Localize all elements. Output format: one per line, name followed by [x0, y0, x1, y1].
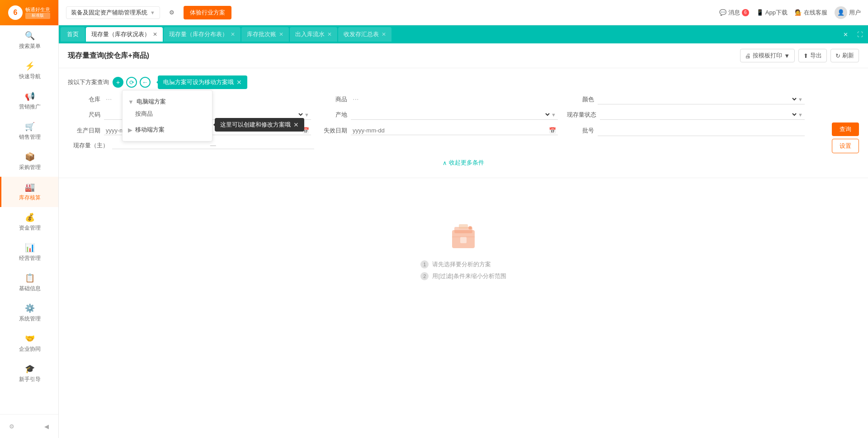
scheme-group-desktop: ▼ 电脑端方案 按商品: [123, 94, 212, 122]
tab-close-inventory-status[interactable]: ✕: [153, 31, 157, 38]
finance-icon: 💰: [25, 212, 35, 222]
scheme-panel-container: ▼ 电脑端方案 按商品 ▶ 移动端方案: [122, 90, 212, 141]
search-menu-icon: 🔍: [25, 31, 35, 41]
tab-bar-right: ✕ ⛶: [839, 28, 866, 41]
back-btn[interactable]: ←: [140, 77, 151, 88]
close-all-tabs-btn[interactable]: ✕: [839, 28, 852, 41]
expiry-date-calendar-icon[interactable]: 📅: [549, 127, 556, 134]
collapse-row: ∧ 收起更多条件: [68, 155, 859, 170]
goods-dots-btn[interactable]: ···: [351, 94, 360, 104]
tab-inout-flow[interactable]: 出入库流水 ✕: [290, 27, 337, 42]
tab-batch-ledger[interactable]: 库存批次账 ✕: [241, 27, 289, 42]
sidebar-item-marketing[interactable]: 📢 营销推广: [0, 86, 58, 116]
online-service-btn[interactable]: 💁 在线客服: [795, 9, 827, 17]
empty-state-icon: [443, 214, 484, 255]
collapse-more-btn[interactable]: ∧ 收起更多条件: [443, 159, 484, 167]
query-btn[interactable]: 查询: [832, 122, 859, 136]
reset-btn[interactable]: 设置: [832, 139, 859, 153]
tab-close-receipt-summary[interactable]: ✕: [382, 31, 386, 38]
origin-select[interactable]: [353, 111, 551, 118]
empty-state: 1 请先选择要分析的方案 2 用[过滤]条件来缩小分析范围: [59, 178, 868, 316]
arrow-down-icon: ▼: [128, 99, 134, 105]
search-section: 按以下方案查询 + ⟳ ← 电脑方案可设为移动方案哦 ✕: [59, 68, 868, 178]
add-scheme-btn[interactable]: +: [113, 77, 123, 88]
app-download-btn[interactable]: 📱 App下载: [756, 9, 788, 17]
settings-gear-btn[interactable]: ⚙: [165, 5, 179, 20]
sidebar-item-system[interactable]: ⚙️ 系统管理: [0, 298, 58, 328]
sidebar-item-operations[interactable]: 📊 经营管理: [0, 237, 58, 268]
scheme-panel: ▼ 电脑端方案 按商品 ▶ 移动端方案: [122, 90, 212, 141]
expiry-date-label: 失效日期: [320, 127, 347, 135]
chevron-stock-status-icon: ▼: [798, 112, 803, 118]
chevron-up-icon: ∧: [443, 160, 447, 166]
scheme-group-mobile: ▶ 移动端方案: [123, 122, 212, 137]
page-header: 现存量查询(按仓库+商品) 🖨 按模板打印 ▼ ⬆ 导出 ↻ 刷新: [59, 43, 868, 68]
sidebar-item-purchase[interactable]: 📦 采购管理: [0, 146, 58, 177]
stock-main-from-input[interactable]: [112, 142, 208, 149]
collab-icon: 🤝: [25, 334, 35, 344]
sidebar-item-collab[interactable]: 🤝 企业协同: [0, 328, 58, 358]
color-select-wrapper: ▼: [598, 94, 805, 104]
experience-btn[interactable]: 体验行业方案: [184, 6, 231, 19]
tab-close-inventory-dist[interactable]: ✕: [231, 31, 235, 38]
batch-no-input[interactable]: [598, 125, 805, 136]
message-btn[interactable]: 💬 消息 6: [719, 9, 749, 17]
arrow-right-icon: ▶: [128, 127, 132, 133]
refresh-btn[interactable]: ↻ 刷新: [830, 49, 859, 62]
tooltip1-close-btn[interactable]: ✕: [236, 79, 242, 86]
empty-step-2: 2 用[过滤]条件来缩小分析范围: [420, 272, 506, 280]
settings-bottom-btn[interactable]: ⚙: [5, 419, 19, 433]
tab-inventory-dist[interactable]: 现存量（库存分布表） ✕: [164, 27, 241, 42]
collapse-sidebar-btn[interactable]: ◀: [39, 419, 54, 433]
expiry-date-input[interactable]: [353, 127, 547, 134]
stock-status-select[interactable]: [602, 111, 798, 118]
sidebar-item-basicinfo[interactable]: 📋 基础信息: [0, 268, 58, 298]
color-select[interactable]: [599, 95, 798, 103]
page-title: 现存量查询(按仓库+商品): [68, 51, 149, 61]
tab-inventory-status[interactable]: 现存量（库存状况表） ✕: [86, 27, 163, 42]
origin-label: 产地: [320, 111, 347, 119]
basicinfo-icon: 📋: [25, 273, 35, 283]
sidebar-item-search[interactable]: 🔍 搜索菜单: [0, 25, 58, 56]
content-area: 现存量查询(按仓库+商品) 🖨 按模板打印 ▼ ⬆ 导出 ↻ 刷新: [59, 43, 868, 438]
scheme-group-desktop-header[interactable]: ▼ 电脑端方案: [123, 96, 212, 108]
export-icon: ⬆: [803, 52, 808, 59]
export-btn[interactable]: ⬆ 导出: [798, 49, 827, 62]
search-header: 按以下方案查询 + ⟳ ← 电脑方案可设为移动方案哦 ✕: [68, 75, 859, 89]
inventory-icon: 🏭: [25, 182, 35, 192]
goods-label: 商品: [320, 95, 347, 104]
scheme-item-goods[interactable]: 按商品: [123, 108, 212, 120]
sidebar-item-quicknav[interactable]: ⚡ 快速导航: [0, 56, 58, 86]
sidebar-item-sales[interactable]: 🛒 销售管理: [0, 116, 58, 146]
tab-close-batch-ledger[interactable]: ✕: [279, 31, 283, 38]
guide-icon: 🎓: [25, 364, 35, 374]
tab-receipt-summary[interactable]: 收发存汇总表 ✕: [338, 27, 392, 42]
user-menu-btn[interactable]: 👤 用户: [835, 6, 861, 19]
batch-no-label: 批号: [567, 127, 594, 135]
refresh-scheme-btn[interactable]: ⟳: [126, 77, 137, 88]
stock-main-to-input[interactable]: [219, 142, 314, 149]
scheme-group-mobile-header[interactable]: ▶ 移动端方案: [123, 124, 212, 136]
operations-icon: 📊: [25, 243, 35, 253]
sidebar-item-inventory[interactable]: 🏭 库存核算: [0, 177, 58, 207]
expand-btn[interactable]: ⛶: [854, 28, 866, 41]
warehouse-dots-btn[interactable]: ···: [104, 94, 113, 104]
tab-bar: 首页 现存量（库存状况表） ✕ 现存量（库存分布表） ✕ 库存批次账 ✕ 出入库…: [59, 25, 868, 43]
print-btn[interactable]: 🖨 按模板打印 ▼: [740, 49, 795, 62]
user-avatar: 👤: [835, 6, 847, 19]
message-badge: 6: [742, 9, 749, 16]
main-content: 装备及固定资产辅助管理系统 ▼ ⚙ 体验行业方案 💬 消息 6 📱 App下载 …: [59, 0, 868, 438]
stock-main-label: 现存量（主）: [73, 141, 108, 150]
tab-close-inout-flow[interactable]: ✕: [327, 31, 332, 38]
header-left: 装备及固定资产辅助管理系统 ▼ ⚙ 体验行业方案: [66, 5, 231, 20]
system-selector[interactable]: 装备及固定资产辅助管理系统 ▼: [66, 6, 160, 19]
sidebar-item-finance[interactable]: 💰 资金管理: [0, 207, 58, 237]
stock-status-select-wrapper: ▼: [600, 110, 805, 120]
search-label: 按以下方案查询: [68, 78, 109, 86]
logo-text: 畅通好生意 标准版: [25, 6, 50, 19]
filter-row-4: 现存量（主） —: [68, 141, 859, 155]
sidebar-item-guide[interactable]: 🎓 新手引导: [0, 358, 58, 389]
stock-status-label: 现存量状态: [567, 111, 596, 119]
tooltip2-close-btn[interactable]: ✕: [293, 121, 299, 128]
tab-home[interactable]: 首页: [61, 27, 85, 42]
